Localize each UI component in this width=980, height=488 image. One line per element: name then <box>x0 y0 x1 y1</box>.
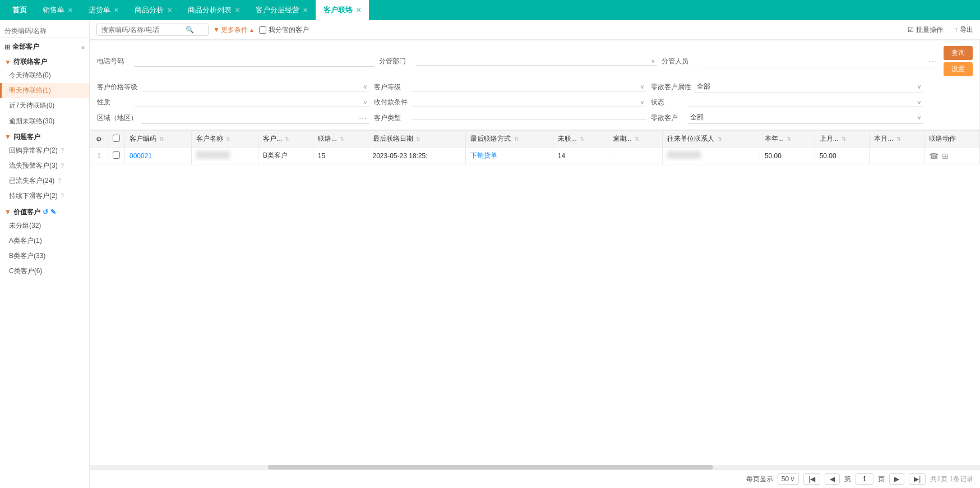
horizontal-scrollbar[interactable] <box>90 465 980 469</box>
last-page-btn[interactable]: ▶| <box>909 473 926 485</box>
th-gear[interactable]: ⚙ <box>90 131 108 148</box>
filter-region-select[interactable]: ··· <box>141 112 369 124</box>
row-not-contacted: 14 <box>553 148 608 164</box>
filter-customer-level-select[interactable]: ∨ <box>411 82 646 91</box>
sidebar-item-class-a[interactable]: A类客户(1) <box>0 233 89 248</box>
status-arrow-icon: ∨ <box>917 99 921 105</box>
sidebar-item-churn-warning[interactable]: 流失预警客户(3) ? <box>0 158 89 173</box>
row-last-month: 50.00 <box>815 148 870 164</box>
filter-price-level-select[interactable]: ∨ <box>141 82 369 91</box>
nav-home[interactable]: 首页 <box>4 0 35 20</box>
th-checkbox[interactable] <box>108 131 125 148</box>
th-last-month[interactable]: 上月... ⇅ <box>815 131 870 148</box>
help-icon-2: ? <box>58 177 61 184</box>
th-this-month[interactable]: 本月... ⇅ <box>870 131 924 148</box>
th-last-contact-method[interactable]: 最后联络方式 ⇅ <box>466 131 553 148</box>
page-number-input[interactable] <box>856 473 873 485</box>
my-customers-checkbox-label[interactable]: 我分管的客户 <box>259 25 309 35</box>
more-conditions-btn[interactable]: ▼ 更多条件 ▲ <box>213 25 255 35</box>
filter-phone-input[interactable] <box>134 56 375 67</box>
filter-customer-type-select[interactable] <box>411 117 646 119</box>
th-customer-type[interactable]: 客户... ⇅ <box>258 131 313 148</box>
nav-customer-contact[interactable]: 客户联络 ✕ <box>316 0 369 20</box>
filter-row-2: 客户价格等级 ∨ 客户等级 ∨ 零散客户属性 全部 ∨ <box>97 81 973 93</box>
sort-overdue-icon: ⇅ <box>635 136 639 142</box>
batch-operation-btn[interactable]: ☑ 批量操作 <box>908 25 943 35</box>
nav-goods-analysis[interactable]: 商品分析 ✕ <box>127 0 180 20</box>
row-last-contact-method[interactable]: 下销货单 <box>466 148 553 164</box>
close-goods-analysis-list-icon[interactable]: ✕ <box>235 7 240 14</box>
region-dots-icon: ··· <box>359 113 367 122</box>
help-icon-3: ? <box>61 192 64 199</box>
close-sales-icon[interactable]: ✕ <box>68 7 73 14</box>
sidebar-item-repurchase-abnormal[interactable]: 回购异常客户(2) ? <box>0 143 89 158</box>
all-customers-header[interactable]: ⊞ 全部客户 « <box>0 40 89 54</box>
close-purchase-icon[interactable]: ✕ <box>114 7 119 14</box>
payment-arrow-icon: ∨ <box>640 99 644 105</box>
sort-name-icon: ⇅ <box>226 136 230 142</box>
filter-scatter-customer-select[interactable]: 全部 ∨ <box>688 112 923 124</box>
row-select-checkbox[interactable] <box>113 151 120 159</box>
filter-manager-select[interactable]: ··· <box>699 56 939 67</box>
sidebar-search-input[interactable] <box>4 27 89 35</box>
th-contact-count[interactable]: 联络... ⇅ <box>313 131 368 148</box>
batch-icon: ☑ <box>908 26 914 34</box>
help-icon-0: ? <box>61 147 64 154</box>
contact-action-icon-2[interactable]: ⊞ <box>942 151 949 160</box>
filter-row-4: 区域（地区） ··· 客户类型 零散客户 全部 ∨ <box>97 112 973 124</box>
close-customer-contact-icon[interactable]: ✕ <box>356 7 361 14</box>
row-contact-action: ☎ ⊞ <box>924 148 980 164</box>
filter-status-select[interactable]: ∨ <box>688 98 923 107</box>
select-all-checkbox[interactable] <box>113 135 120 142</box>
search-input[interactable] <box>101 26 186 34</box>
sort-notcontact-icon: ⇅ <box>580 136 584 142</box>
filter-actions: 查询 设置 <box>944 46 973 76</box>
query-btn[interactable]: 查询 <box>944 46 973 60</box>
sidebar-item-today[interactable]: 今天待联络(0) <box>0 68 89 83</box>
scrollbar-thumb[interactable] <box>268 465 713 469</box>
filter-payment-select[interactable]: ∨ <box>411 98 646 107</box>
sidebar-item-class-b[interactable]: B类客户(33) <box>0 248 89 264</box>
nav-purchase[interactable]: 进货单 ✕ <box>81 0 127 20</box>
row-partner-contact <box>663 148 760 164</box>
filter-region: 区域（地区） ··· <box>97 112 369 124</box>
th-name[interactable]: 客户名称 ⇅ <box>192 131 258 148</box>
sidebar-item-declining[interactable]: 持续下滑客户(2) ? <box>0 188 89 204</box>
nav-goods-analysis-list[interactable]: 商品分析列表 ✕ <box>180 0 248 20</box>
th-overdue[interactable]: 逾期... ⇅ <box>608 131 663 148</box>
sidebar-item-overdue[interactable]: 逾期未联络(30) <box>0 114 89 129</box>
row-code[interactable]: 000021 <box>125 148 192 164</box>
page-size-select[interactable]: 50 ∨ <box>778 473 799 485</box>
row-checkbox[interactable] <box>108 148 125 164</box>
set-btn[interactable]: 设置 <box>944 62 973 76</box>
th-this-year[interactable]: 本年... ⇅ <box>760 131 815 148</box>
customer-name-blurred <box>196 151 230 159</box>
prev-page-btn[interactable]: ◀ <box>825 473 840 485</box>
edit-value-icon[interactable]: ✎ <box>50 208 56 216</box>
close-goods-analysis-icon[interactable]: ✕ <box>167 7 172 14</box>
export-btn[interactable]: ↑ 导出 <box>954 25 973 35</box>
first-page-btn[interactable]: |◀ <box>803 473 820 485</box>
sidebar-item-week7[interactable]: 近7天待联络(0) <box>0 98 89 113</box>
th-partner-contact[interactable]: 往来单位联系人 ⇅ <box>663 131 760 148</box>
my-customers-checkbox[interactable] <box>259 26 266 34</box>
filter-search-icon[interactable]: 🔍 <box>186 26 194 34</box>
filter-dept-select[interactable]: ∨ <box>416 57 657 66</box>
th-code[interactable]: 客户编码 ⇅ <box>125 131 192 148</box>
next-page-btn[interactable]: ▶ <box>889 473 904 485</box>
contact-action-icon-1[interactable]: ☎ <box>929 151 939 160</box>
customer-table: ⚙ 客户编码 ⇅ 客户名称 ⇅ 客户... <box>90 130 980 164</box>
sidebar-item-class-c[interactable]: C类客户(6) <box>0 264 89 279</box>
nav-customer-segment[interactable]: 客户分层经营 ✕ <box>248 0 316 20</box>
refresh-value-icon[interactable]: ↺ <box>43 208 48 216</box>
nav-sales[interactable]: 销售单 ✕ <box>35 0 81 20</box>
sidebar-item-ungrouped[interactable]: 未分组(32) <box>0 218 89 233</box>
row-num: 1 <box>90 148 108 164</box>
close-customer-segment-icon[interactable]: ✕ <box>303 7 308 14</box>
th-not-contacted[interactable]: 未联... ⇅ <box>553 131 608 148</box>
sidebar-item-tomorrow[interactable]: 明天待联络(1) <box>0 83 89 98</box>
sidebar-item-churned[interactable]: 已流失客户(24) ? <box>0 173 89 188</box>
filter-nature-select[interactable]: ∨ <box>134 98 369 107</box>
th-last-contact-date[interactable]: 最后联络日期 ⇅ <box>368 131 466 148</box>
filter-scatter-attr-select[interactable]: 全部 ∨ <box>695 81 923 93</box>
